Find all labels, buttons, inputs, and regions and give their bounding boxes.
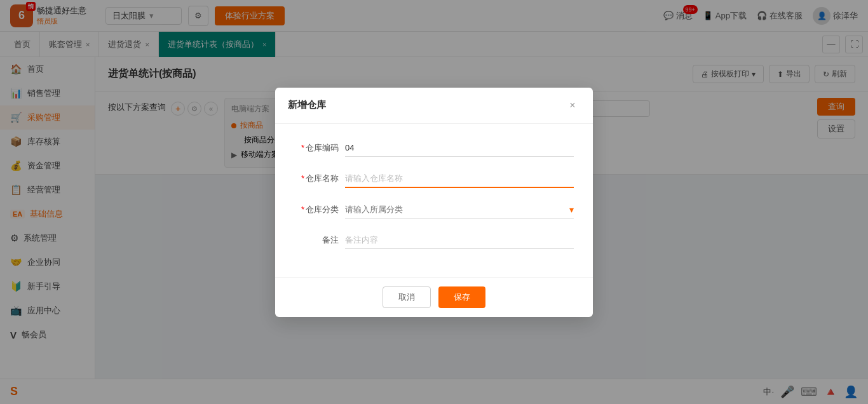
form-row-note: 备注	[294, 231, 574, 249]
modal-title: 新增仓库	[288, 99, 326, 111]
modal-close-icon[interactable]: ×	[565, 98, 580, 113]
category-select-wrapper: ▾	[345, 201, 574, 219]
category-input[interactable]	[345, 201, 574, 219]
note-label: 备注	[294, 234, 345, 246]
form-row-code: 仓库编码	[294, 139, 574, 157]
category-label: 仓库分类	[294, 204, 345, 215]
modal-body: 仓库编码 仓库名称 仓库分类 ▾ 备注	[275, 124, 593, 277]
form-row-category: 仓库分类 ▾	[294, 201, 574, 219]
name-input[interactable]	[345, 170, 574, 188]
modal-header: 新增仓库 ×	[275, 88, 593, 124]
category-arrow-icon: ▾	[569, 205, 574, 215]
code-input[interactable]	[345, 139, 574, 157]
modal-overlay[interactable]: 新增仓库 × 仓库编码 仓库名称 仓库分类 ▾	[0, 0, 868, 404]
note-input[interactable]	[345, 231, 574, 249]
code-label: 仓库编码	[294, 142, 345, 154]
cancel-button[interactable]: 取消	[383, 286, 431, 308]
new-warehouse-modal: 新增仓库 × 仓库编码 仓库名称 仓库分类 ▾	[275, 88, 593, 317]
modal-footer: 取消 保存	[275, 277, 593, 317]
form-row-name: 仓库名称	[294, 170, 574, 188]
save-button[interactable]: 保存	[438, 286, 485, 308]
name-label: 仓库名称	[294, 173, 345, 184]
